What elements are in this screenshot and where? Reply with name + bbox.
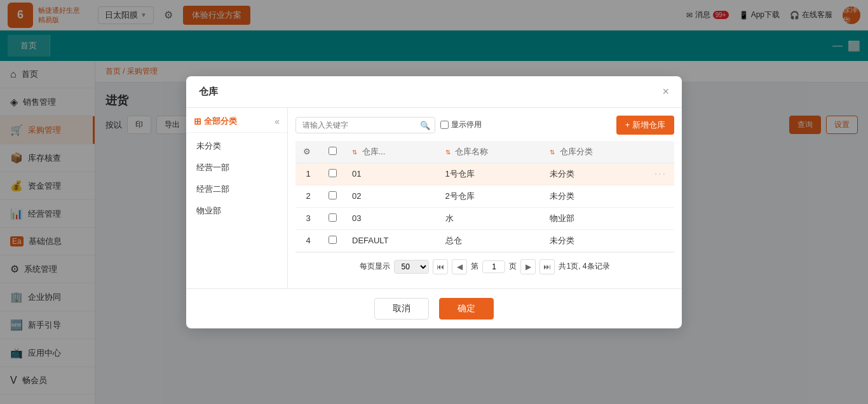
select-all-checkbox[interactable]	[329, 147, 337, 155]
category-item-uncategorized[interactable]: 未分类	[186, 135, 287, 157]
table-body: 1 01 1号仓库 未分类 ··· 2	[295, 163, 674, 252]
row-checkbox-cell	[321, 185, 344, 207]
category-item-ops2[interactable]: 经营二部	[186, 178, 287, 200]
th-code: ⇅ 仓库...	[344, 141, 438, 163]
warehouse-modal: 仓库 × ⊞ 全部分类 « 未分类 经营一部	[186, 76, 682, 328]
modal-footer: 取消 确定	[186, 288, 682, 328]
warehouse-table: ⚙ ⇅ 仓库... ⇅	[295, 141, 674, 252]
row-code: DEFAULT	[344, 229, 438, 252]
confirm-button[interactable]: 确定	[439, 298, 494, 320]
row-checkbox-cell	[321, 229, 344, 252]
table-panel: 🔍 显示停用 + 新增仓库 ⚙	[288, 108, 682, 288]
row-category: 未分类	[542, 163, 647, 185]
table-scroll: ⚙ ⇅ 仓库... ⇅	[295, 141, 674, 252]
table-row[interactable]: 2 02 2号仓库 未分类	[295, 185, 674, 207]
row-name: 水	[438, 207, 543, 229]
row-num: 4	[295, 229, 321, 252]
category-panel: ⊞ 全部分类 « 未分类 经营一部 经营二部 物业部	[186, 108, 288, 288]
table-toolbar: 🔍 显示停用 + 新增仓库	[295, 116, 674, 135]
row-code: 01	[344, 163, 438, 185]
th-name: ⇅ 仓库名称	[438, 141, 543, 163]
th-settings: ⚙	[295, 141, 321, 163]
modal-body: ⊞ 全部分类 « 未分类 经营一部 经营二部 物业部	[186, 108, 682, 288]
new-warehouse-btn[interactable]: + 新增仓库	[616, 116, 674, 135]
row-category: 未分类	[542, 229, 647, 252]
collapse-icon[interactable]: «	[275, 116, 280, 126]
pagination: 每页显示 50 10 20 100 ⏮ ◀ 第 页 ▶ ⏭ 共1页, 4条记录	[295, 252, 674, 281]
table-header: ⚙ ⇅ 仓库... ⇅	[295, 141, 674, 163]
table-row[interactable]: 4 DEFAULT 总仓 未分类	[295, 229, 674, 252]
th-actions	[647, 141, 674, 163]
show-disabled-label[interactable]: 显示停用	[440, 119, 482, 130]
sort-icon-category: ⇅	[550, 149, 555, 156]
row-name: 2号仓库	[438, 185, 543, 207]
th-checkbox	[321, 141, 344, 163]
row-actions[interactable]	[647, 185, 674, 207]
last-page-btn[interactable]: ⏭	[539, 259, 555, 274]
row-name: 1号仓库	[438, 163, 543, 185]
all-categories-btn[interactable]: ⊞ 全部分类	[194, 116, 237, 127]
th-category: ⇅ 仓库分类	[542, 141, 647, 163]
header-row: ⚙ ⇅ 仓库... ⇅	[295, 141, 674, 163]
row-code: 03	[344, 207, 438, 229]
search-icon: 🔍	[420, 120, 430, 130]
modal-close-icon[interactable]: ×	[662, 85, 669, 98]
row-checkbox[interactable]	[329, 191, 337, 199]
sort-icon-code: ⇅	[352, 149, 357, 156]
grid-icon: ⊞	[194, 116, 201, 126]
modal-header: 仓库 ×	[186, 76, 682, 108]
row-category: 未分类	[542, 185, 647, 207]
table-row[interactable]: 3 03 水 物业部	[295, 207, 674, 229]
next-page-btn[interactable]: ▶	[520, 259, 536, 274]
modal-title: 仓库	[199, 86, 218, 98]
page-size-select[interactable]: 50 10 20 100	[394, 260, 429, 274]
row-checkbox-cell	[321, 207, 344, 229]
cancel-button[interactable]: 取消	[374, 298, 429, 320]
first-page-btn[interactable]: ⏮	[433, 259, 448, 274]
page-number-input[interactable]	[482, 260, 505, 273]
row-checkbox[interactable]	[329, 236, 337, 244]
row-category: 物业部	[542, 207, 647, 229]
row-checkbox-cell	[321, 163, 344, 185]
category-header: ⊞ 全部分类 «	[186, 116, 287, 133]
row-name: 总仓	[438, 229, 543, 252]
search-wrap: 🔍	[295, 117, 435, 133]
table-row[interactable]: 1 01 1号仓库 未分类 ···	[295, 163, 674, 185]
category-item-property[interactable]: 物业部	[186, 200, 287, 222]
category-item-ops1[interactable]: 经营一部	[186, 157, 287, 178]
show-disabled-checkbox[interactable]	[440, 121, 449, 129]
prev-page-btn[interactable]: ◀	[452, 259, 467, 274]
settings-icon[interactable]: ⚙	[303, 147, 311, 156]
row-code: 02	[344, 185, 438, 207]
row-actions[interactable]: ···	[647, 163, 674, 185]
search-input[interactable]	[295, 117, 435, 133]
modal-overlay: 仓库 × ⊞ 全部分类 « 未分类 经营一部	[0, 0, 868, 404]
row-num: 1	[295, 163, 321, 185]
row-checkbox[interactable]	[329, 169, 337, 177]
sort-icon-name: ⇅	[445, 149, 451, 156]
row-num: 3	[295, 207, 321, 229]
row-num: 2	[295, 185, 321, 207]
row-actions[interactable]	[647, 229, 674, 252]
row-actions[interactable]	[647, 207, 674, 229]
row-checkbox[interactable]	[329, 213, 337, 222]
